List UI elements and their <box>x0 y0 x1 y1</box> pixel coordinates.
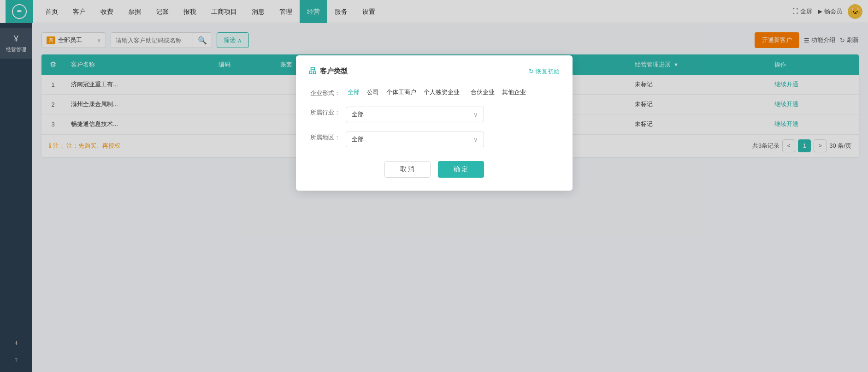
industry-select[interactable]: 全部 ∨ <box>346 107 484 122</box>
region-select-container: 全部 ∨ <box>346 132 560 147</box>
cancel-button[interactable]: 取 消 <box>384 161 431 178</box>
enterprise-form-label: 企业形式： <box>309 87 346 97</box>
industry-form-row: 所属行业： 全部 ∨ <box>309 107 560 122</box>
region-label: 所属地区： <box>309 132 346 142</box>
modal-title: 品 客户类型 <box>309 66 348 76</box>
enterprise-type-partnership[interactable]: 合伙企业 <box>469 87 496 97</box>
modal-header: 品 客户类型 ↻ 恢复初始 <box>309 66 560 76</box>
industry-select-container: 全部 ∨ <box>346 107 560 122</box>
enterprise-types-container: 全部 公司 个体工商户 个人独资企业 合伙企业 其他企业 <box>346 87 560 97</box>
enterprise-type-individual[interactable]: 个体工商户 <box>384 87 418 97</box>
modal-body: 企业形式： 全部 公司 个体工商户 个人独资企业 合伙企业 其他企业 所属行业： <box>309 87 560 147</box>
enterprise-types-list: 全部 公司 个体工商户 个人独资企业 合伙企业 其他企业 <box>346 87 560 97</box>
industry-value: 全部 <box>352 110 364 119</box>
industry-label: 所属行业： <box>309 107 346 117</box>
modal-title-icon: 品 <box>309 66 316 76</box>
enterprise-form-row: 企业形式： 全部 公司 个体工商户 个人独资企业 合伙企业 其他企业 <box>309 87 560 97</box>
enterprise-type-company[interactable]: 公司 <box>365 87 381 97</box>
enterprise-type-other[interactable]: 其他企业 <box>500 87 528 97</box>
region-value: 全部 <box>352 135 364 144</box>
modal-footer: 取 消 确 定 <box>309 161 560 178</box>
enterprise-type-sole[interactable]: 个人独资企业 <box>422 87 461 97</box>
industry-chevron-icon: ∨ <box>473 111 478 118</box>
region-form-row: 所属地区： 全部 ∨ <box>309 132 560 147</box>
filter-modal: 品 客户类型 ↻ 恢复初始 企业形式： 全部 公司 个体工商户 个人独资企业 <box>296 55 573 191</box>
modal-overlay: 品 客户类型 ↻ 恢复初始 企业形式： 全部 公司 个体工商户 个人独资企业 <box>0 0 868 372</box>
confirm-button[interactable]: 确 定 <box>438 161 484 178</box>
modal-title-text: 客户类型 <box>320 67 348 76</box>
reset-label: 恢复初始 <box>536 67 560 76</box>
enterprise-type-all[interactable]: 全部 <box>346 87 361 97</box>
reset-icon: ↻ <box>529 68 534 75</box>
region-chevron-icon: ∨ <box>473 136 478 143</box>
region-select[interactable]: 全部 ∨ <box>346 132 484 147</box>
modal-reset-button[interactable]: ↻ 恢复初始 <box>529 67 560 76</box>
